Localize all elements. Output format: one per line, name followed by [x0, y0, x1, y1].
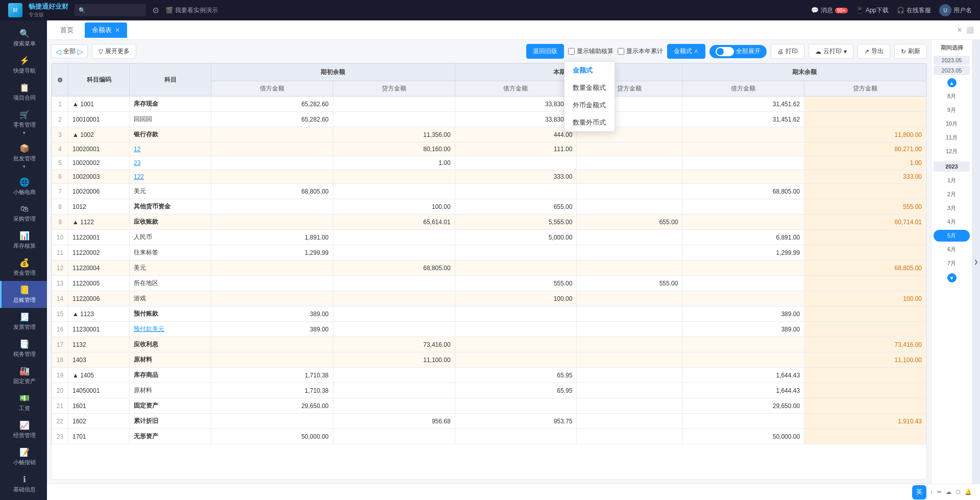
- period-jul[interactable]: 7月: [934, 257, 970, 269]
- sidebar-item-retail[interactable]: 🛒 零售管理 ▾: [0, 106, 47, 139]
- table-row: 15▲ 1123预付账款389.00389.00: [52, 306, 926, 322]
- dropdown-item-qty-amount[interactable]: 数量金额式: [565, 79, 615, 97]
- sidebar-item-search[interactable]: 🔍 搜索菜单: [0, 25, 47, 52]
- status-hex-icon[interactable]: ⬡: [955, 489, 961, 495]
- demo-link[interactable]: 🎬 我要看实例演示: [165, 6, 218, 15]
- cloud-print-btn[interactable]: ☁ 云打印 ▾: [808, 44, 853, 59]
- sidebar-item-inventory[interactable]: 📊 库存核算: [0, 227, 47, 254]
- period-jan[interactable]: 1月: [934, 175, 970, 186]
- col-name-header: 科目: [130, 64, 211, 97]
- purchase-icon: 🛍: [20, 204, 29, 213]
- table-row: 2014050001原材料1,710.3865.951,644.43: [52, 383, 926, 398]
- sidebar-item-wholesale[interactable]: 📦 批发管理 ▾: [0, 139, 47, 173]
- table-row: 221602累计折旧956.68953.751,910.43: [52, 414, 926, 429]
- period-sep[interactable]: 9月: [934, 104, 970, 116]
- table-area: ◁ 全部 ▷ ▽ 展开更多 退回旧版: [47, 40, 931, 484]
- sidebar-item-tax[interactable]: 📑 税务管理: [0, 335, 47, 362]
- sidebar-item-system[interactable]: ⚙ 系统管理: [0, 497, 47, 500]
- show-ytd-checkbox[interactable]: 显示本年累计: [618, 47, 663, 56]
- sidebar-item-salary[interactable]: 💵 工资: [0, 389, 47, 416]
- sub-credit-closing: 贷方金额: [804, 81, 926, 97]
- period-aug[interactable]: 8月: [934, 90, 970, 102]
- main-layout: 🔍 搜索菜单 ⚡ 快捷导航 📋 项目合同 🛒 零售管理 ▾ 📦 批发管理 ▾ 🌐…: [0, 20, 980, 500]
- sidebar-item-invoice[interactable]: 🧾 发票管理: [0, 308, 47, 335]
- export-btn[interactable]: ↗ 导出: [857, 44, 890, 59]
- print-btn[interactable]: 🖨 打印: [771, 44, 804, 59]
- table-row: 181403原材料11,100.0011,100.00: [52, 352, 926, 368]
- sidebar-item-project[interactable]: 📋 项目合同: [0, 79, 47, 106]
- period-apr[interactable]: 4月: [934, 216, 970, 228]
- status-lang-btn[interactable]: 英: [912, 485, 926, 499]
- period-down-btn[interactable]: ▼: [947, 273, 957, 282]
- tab-home[interactable]: 首页: [53, 22, 81, 38]
- user-avatar[interactable]: U 用户名: [939, 4, 972, 16]
- dropdown-item-amount[interactable]: 金额式: [565, 62, 615, 79]
- service-btn[interactable]: 🎧 在线客服: [897, 6, 931, 15]
- dropdown-item-foreign-amount[interactable]: 外币金额式: [565, 97, 615, 114]
- message-btn[interactable]: 💬 消息 99+: [811, 6, 848, 15]
- tab-close-icon[interactable]: ✕: [115, 27, 120, 34]
- filter-right-icon[interactable]: ▷: [78, 47, 83, 56]
- amount-type-dropdown-btn[interactable]: 金额式 ∧: [667, 44, 705, 59]
- settings-icon[interactable]: ⚙: [152, 6, 159, 15]
- retail-icon: 🛒: [19, 110, 30, 120]
- sidebar-item-basic[interactable]: ℹ 基础信息: [0, 470, 47, 497]
- table-settings-icon[interactable]: ⚙: [52, 64, 68, 97]
- sidebar: 🔍 搜索菜单 ⚡ 快捷导航 📋 项目合同 🛒 零售管理 ▾ 📦 批发管理 ▾ 🌐…: [0, 20, 47, 500]
- basic-icon: ℹ: [23, 474, 26, 484]
- status-cloud-icon[interactable]: ☁: [946, 489, 951, 495]
- table-row: 19▲ 1405库存商品1,710.3865.951,644.43: [52, 368, 926, 383]
- sidebar-item-report[interactable]: 📝 小畅报销: [0, 443, 47, 470]
- period-feb[interactable]: 2月: [934, 188, 970, 200]
- ledger-icon: 📒: [19, 285, 30, 295]
- status-bell-icon[interactable]: 🔔: [965, 489, 972, 495]
- status-arrow-icon[interactable]: ↑: [930, 489, 934, 495]
- sidebar-item-capital[interactable]: 💰 资金管理: [0, 254, 47, 281]
- period-title: 期间选择: [934, 44, 970, 52]
- sub-debit-closing: 借方金额: [682, 81, 804, 97]
- sidebar-item-ecommerce[interactable]: 🌐 小畅电商: [0, 173, 47, 200]
- tab-balance[interactable]: 余额表 ✕: [85, 22, 127, 38]
- sidebar-item-assets[interactable]: 🏭 固定资产: [0, 362, 47, 389]
- download-btn[interactable]: 📱 App下载: [856, 6, 889, 15]
- period-may[interactable]: 5月: [934, 230, 970, 242]
- period-jun[interactable]: 6月: [934, 244, 970, 255]
- period-up-btn[interactable]: ▲: [947, 78, 957, 87]
- period-mar[interactable]: 3月: [934, 202, 970, 214]
- tax-icon: 📑: [19, 339, 30, 349]
- window-expand-icon[interactable]: ⬜: [966, 27, 974, 34]
- dropdown-item-qty-foreign[interactable]: 数量外币式: [565, 114, 615, 131]
- toggle-switch[interactable]: [716, 47, 734, 56]
- collapse-panel[interactable]: ❯: [972, 40, 980, 484]
- sidebar-item-purchase[interactable]: 🛍 采购管理: [0, 200, 47, 227]
- period-dec[interactable]: 12月: [934, 146, 970, 157]
- table-row: 1611230001预付款美元389.00389.00: [52, 322, 926, 337]
- table-row: 710020006美元68,805.0068,805.00: [52, 184, 926, 199]
- toolbar: ◁ 全部 ▷ ▽ 展开更多 退回旧版: [51, 44, 927, 59]
- table-row: 510020002231.001.00: [52, 156, 926, 170]
- table-row: 9▲ 1122应收账款65,614.015,555.00655.0060,714…: [52, 215, 926, 230]
- table-row: 231701无形资产50,000.0050,000.00: [52, 429, 926, 444]
- status-edit-icon[interactable]: ✏: [937, 489, 942, 495]
- top-bar-left: 财 畅捷通好业财 专业版 🔍 ⚙ 🎬 我要看实例演示: [8, 2, 218, 18]
- page-content: ◁ 全部 ▷ ▽ 展开更多 退回旧版: [47, 40, 980, 484]
- table-row: 1211220004美元68,805.0068,805.00: [52, 260, 926, 276]
- table-row: 211601固定资产29,650.0029,650.00: [52, 398, 926, 414]
- filter-left-icon[interactable]: ◁: [56, 47, 61, 56]
- show-aux-checkbox[interactable]: 显示辅助核算: [568, 47, 614, 56]
- table-row: 1311220005所在地区555.00555.00: [52, 276, 926, 291]
- sidebar-item-ledger[interactable]: 📒 总账管理: [0, 281, 47, 308]
- back-old-version-btn[interactable]: 退回旧版: [526, 44, 564, 59]
- refresh-btn[interactable]: ↻ 刷新: [894, 44, 927, 59]
- period-nov[interactable]: 11月: [934, 132, 970, 144]
- sidebar-item-operations[interactable]: 📈 经营管理: [0, 416, 47, 443]
- project-icon: 📋: [19, 83, 30, 92]
- expand-all-toggle[interactable]: 全部展开: [709, 45, 767, 58]
- expand-more-btn[interactable]: ▽ 展开更多: [92, 44, 136, 59]
- period-oct[interactable]: 10月: [934, 118, 970, 130]
- operations-icon: 📈: [19, 420, 30, 430]
- window-close-icon[interactable]: ✕: [957, 27, 962, 34]
- table-row: 1▲ 1001库存现金65,282.6033,830.9831,451.62: [52, 97, 926, 112]
- sidebar-item-quick-nav[interactable]: ⚡ 快捷导航: [0, 52, 47, 79]
- search-bar[interactable]: 🔍: [75, 4, 146, 16]
